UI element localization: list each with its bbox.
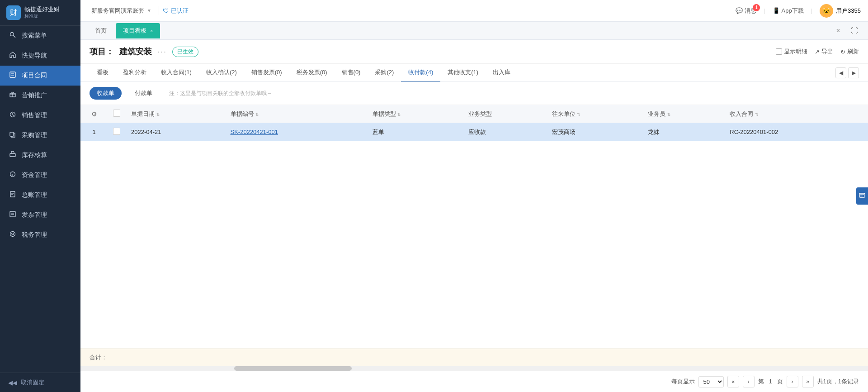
col-income-contract-header[interactable]: 收入合同 ⇅ (724, 105, 868, 123)
sidebar-item-label-ledger: 总账管理 (22, 191, 47, 199)
scroll-thumb[interactable] (234, 366, 352, 371)
row-number-link[interactable]: SK-20220421-001 (231, 129, 278, 135)
sub-tab-sales[interactable]: 销售(0) (335, 64, 368, 82)
app-name-block: 畅捷通好业财 标准版 (24, 6, 60, 20)
sub-tab-other-income[interactable]: 其他收支(1) (440, 64, 486, 82)
select-all-checkbox[interactable] (113, 110, 120, 117)
sidebar-item-fund[interactable]: ¥ 资金管理 (0, 165, 80, 185)
filter-bar: 收款单 付款单 注：这里是与项目关联的全部收付款单哦～ (80, 82, 868, 105)
sidebar-item-quick-nav[interactable]: 快捷导航 (0, 46, 80, 66)
horizontal-scrollbar[interactable] (80, 366, 868, 371)
user-profile[interactable]: 🐱 用户3355 (820, 4, 861, 18)
col-partner-label: 往来单位 (552, 110, 576, 117)
col-date-header[interactable]: 单据日期 ⇅ (126, 105, 225, 123)
col-type-header[interactable]: 单据类型 ⇅ (367, 105, 463, 123)
sidebar-item-project-contract[interactable]: 项目合同 (0, 66, 80, 86)
sort-partner-icon: ⇅ (577, 112, 580, 117)
feedback-button[interactable] (856, 187, 868, 205)
row-checkbox-cell[interactable] (108, 123, 126, 141)
unpin-icon: ◀◀ (8, 379, 17, 386)
window-close-button[interactable]: × (832, 24, 844, 37)
certified-badge: 🛡 已认证 (163, 7, 189, 15)
sidebar-item-label-inventory: 库存核算 (22, 151, 47, 159)
sub-tab-income-contract[interactable]: 收入合同(1) (154, 64, 199, 82)
prev-page-button[interactable]: ‹ (743, 376, 755, 387)
sub-tab-purchase[interactable]: 采购(2) (368, 64, 401, 82)
summary-row: 合计： (80, 349, 868, 366)
show-detail-checkbox[interactable]: 显示明细 (776, 48, 807, 56)
sidebar-item-inventory[interactable]: 库存核算 (0, 145, 80, 165)
sidebar-item-label-invoice: 发票管理 (22, 211, 47, 219)
sidebar-item-label-sales: 销售管理 (22, 111, 47, 120)
refresh-icon: ↻ (840, 48, 845, 55)
tab-close-icon[interactable]: × (150, 28, 153, 33)
sub-tab-in-out-stock[interactable]: 出入库 (486, 64, 518, 82)
sidebar-item-tax[interactable]: 税务管理 (0, 225, 80, 245)
sidebar-item-search[interactable]: 搜索菜单 (0, 26, 80, 46)
sidebar-item-label-fund: 资金管理 (22, 171, 47, 179)
sidebar-item-ledger[interactable]: 总账管理 (0, 185, 80, 205)
sub-tabs-next-button[interactable]: ▶ (848, 67, 859, 78)
demo-account-selector[interactable]: 新服务官网演示账套 ▼ (88, 5, 155, 17)
sub-tab-sales-invoice[interactable]: 销售发票(0) (244, 64, 289, 82)
export-button[interactable]: ↗ 导出 (815, 48, 833, 56)
sidebar-item-purchase[interactable]: 采购管理 (0, 125, 80, 145)
tab-project-board[interactable]: 项目看板 × (116, 23, 160, 38)
main-content: 新服务官网演示账套 ▼ 🛡 已认证 💬 消息 1 | 📱 App下载 | 🐱 (80, 0, 868, 392)
sub-tabs-prev-button[interactable]: ◀ (835, 67, 846, 78)
invoice-icon (8, 210, 17, 220)
window-maximize-button[interactable]: ⛶ (848, 24, 861, 37)
more-options-button[interactable]: ··· (157, 47, 167, 57)
app-download-button[interactable]: 📱 App下载 (773, 7, 804, 15)
sidebar-item-marketing[interactable]: 营销推广 (0, 86, 80, 105)
sub-tab-kanban[interactable]: 看板 (90, 64, 116, 82)
app-name: 畅捷通好业财 (24, 6, 60, 14)
phone-icon: 📱 (773, 7, 780, 14)
table-row[interactable]: 1 2022-04-21 SK-20220421-001 蓝单 (80, 123, 868, 141)
tab-home[interactable]: 首页 (88, 23, 114, 38)
col-number-header[interactable]: 单据编号 ⇅ (225, 105, 367, 123)
filter-receipt-button[interactable]: 收款单 (90, 87, 122, 100)
sub-tabs-scroll-arrows: ◀ ▶ (835, 67, 859, 78)
sub-tab-profit[interactable]: 盈利分析 (116, 64, 154, 82)
project-header-actions: 显示明细 ↗ 导出 ↻ 刷新 (776, 48, 859, 56)
row-seq: 1 (80, 123, 108, 141)
first-page-button[interactable]: « (727, 376, 739, 387)
fund-icon: ¥ (8, 171, 17, 180)
svg-rect-13 (10, 191, 15, 197)
row-checkbox[interactable] (113, 128, 120, 135)
row-number[interactable]: SK-20220421-001 (225, 123, 367, 141)
col-income-contract-label: 收入合同 (730, 110, 753, 117)
sidebar-item-invoice[interactable]: 发票管理 (0, 205, 80, 225)
chevron-down-icon: ▼ (147, 8, 151, 13)
topbar-left: 新服务官网演示账套 ▼ 🛡 已认证 (88, 5, 730, 17)
app-edition: 标准版 (24, 13, 60, 19)
purchase-icon (8, 131, 17, 140)
col-partner-header[interactable]: 往来单位 ⇅ (547, 105, 643, 123)
sidebar-item-label-tax: 税务管理 (22, 231, 47, 239)
sub-tab-income-confirm[interactable]: 收入确认(2) (199, 64, 244, 82)
sub-tab-receipt-payment[interactable]: 收付款(4) (401, 64, 440, 82)
sort-income-contract-icon: ⇅ (755, 112, 759, 117)
sidebar-footer-unpin[interactable]: ◀◀ 取消固定 (0, 373, 80, 392)
refresh-button[interactable]: ↻ 刷新 (840, 48, 859, 56)
page-size-select[interactable]: 50 100 200 (698, 376, 724, 387)
message-button[interactable]: 💬 消息 1 (736, 7, 756, 15)
sort-salesperson-icon: ⇅ (667, 112, 671, 117)
col-settings-header[interactable]: ⚙ (80, 105, 108, 123)
col-number-label: 单据编号 (231, 110, 254, 117)
last-page-button[interactable]: » (802, 376, 814, 387)
sidebar-footer-label: 取消固定 (21, 378, 44, 387)
col-salesperson-header[interactable]: 业务员 ⇅ (642, 105, 724, 123)
row-income-contract: RC-20220401-002 (724, 123, 868, 141)
sub-tab-tax-invoice[interactable]: 税务发票(0) (289, 64, 335, 82)
next-page-button[interactable]: › (787, 376, 798, 387)
summary-label: 合计： (90, 354, 107, 362)
export-label: 导出 (821, 48, 833, 56)
shield-icon: 🛡 (163, 7, 169, 14)
sidebar-item-sales[interactable]: 销售管理 (0, 105, 80, 125)
filter-payment-button[interactable]: 付款单 (127, 86, 160, 100)
settings-icon[interactable]: ⚙ (91, 110, 97, 118)
topbar: 新服务官网演示账套 ▼ 🛡 已认证 💬 消息 1 | 📱 App下载 | 🐱 (80, 0, 868, 22)
col-check-header[interactable] (108, 105, 126, 123)
